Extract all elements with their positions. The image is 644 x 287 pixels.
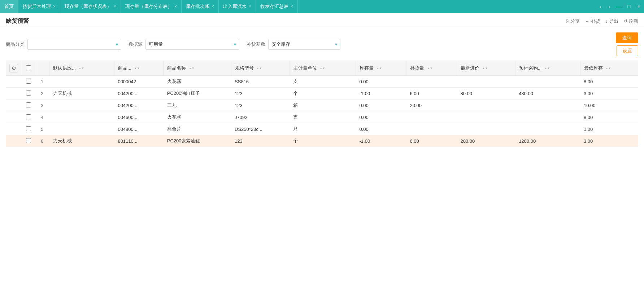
col-header-supplier[interactable]: 默认供应... ▲▼	[49, 61, 114, 76]
tab-close-stock-dist[interactable]: ×	[174, 4, 177, 9]
row-stock-0: 0.00	[356, 76, 406, 88]
row-check-5[interactable]	[22, 135, 35, 147]
share-icon: ⎘	[566, 18, 569, 24]
row-num-2: 3	[35, 100, 49, 111]
tab-order-stat[interactable]: 要货单统计表×	[298, 0, 298, 13]
row-num-4: 5	[35, 123, 49, 135]
row-code-3: 004600...	[114, 111, 163, 123]
tab-stock-status[interactable]: 现存量（库存状况表）×	[60, 0, 121, 13]
category-select[interactable]: ▾	[27, 39, 121, 50]
latest-price-sort-icon: ▲▼	[482, 67, 488, 70]
col-header-settings[interactable]: ⚙	[6, 61, 22, 76]
settings-button[interactable]: 设置	[617, 45, 638, 56]
tab-label-stock-status: 现存量（库存状况表）	[65, 3, 112, 10]
row-name-5: PC200张紧油缸	[164, 135, 231, 147]
row-checkbox-5[interactable]	[26, 138, 31, 143]
row-check-0[interactable]	[22, 76, 35, 88]
row-checkbox-1[interactable]	[26, 90, 31, 96]
tab-maximize-btn[interactable]: □	[624, 0, 634, 13]
col-header-est-purchase[interactable]: 预计采购... ▲▼	[515, 61, 580, 76]
row-settings-0	[6, 76, 22, 88]
tab-close-batch[interactable]: ×	[212, 4, 214, 9]
query-button[interactable]: 查询	[616, 32, 638, 43]
stock-sort-icon: ▲▼	[377, 67, 382, 70]
row-spec-5: 123	[231, 135, 290, 147]
datasource-chevron-icon: ▾	[234, 42, 236, 47]
tab-prev-btn[interactable]: ‹	[596, 0, 605, 13]
page-title: 缺货预警	[6, 17, 29, 25]
tab-next-btn[interactable]: ›	[605, 0, 614, 13]
row-replenish-1: 6.00	[406, 88, 457, 100]
row-stock-3: 0.00	[356, 111, 406, 123]
header-actions: ⎘ 分享 ＋ 补货 ↓ 导出 ↺ 刷新	[566, 18, 639, 25]
col-header-replenish[interactable]: 补货量 ▲▼	[406, 61, 457, 76]
col-header-name[interactable]: 商品名称 ▲▼	[164, 61, 231, 76]
col-header-min-stock[interactable]: 最低库存 ▲▼	[580, 61, 638, 76]
row-settings-5	[6, 135, 22, 147]
tab-close-abnormal[interactable]: ×	[53, 4, 56, 9]
row-latest-price-5: 200.00	[457, 135, 515, 147]
tab-home[interactable]: 首页	[0, 0, 18, 13]
main-content: 缺货预警 ⎘ 分享 ＋ 补货 ↓ 导出 ↺ 刷新 商品分类	[0, 13, 644, 287]
row-checkbox-3[interactable]	[26, 114, 31, 119]
row-code-1: 004200...	[114, 88, 163, 100]
tab-close-btn[interactable]: ×	[634, 0, 644, 13]
row-check-2[interactable]	[22, 100, 35, 111]
row-latest-price-4	[457, 123, 515, 135]
tab-minimize-btn[interactable]: —	[614, 0, 624, 13]
row-est-purchase-4	[515, 123, 580, 135]
refresh-label: 刷新	[629, 18, 638, 25]
refresh-button[interactable]: ↺ 刷新	[623, 18, 638, 25]
row-settings-2	[6, 100, 22, 111]
select-all-checkbox[interactable]	[26, 65, 31, 70]
row-check-4[interactable]	[22, 123, 35, 135]
row-checkbox-4[interactable]	[26, 126, 31, 131]
datasource-filter-group: 数据源 可用量 ▾	[129, 39, 239, 50]
replenish-sort-icon: ▲▼	[427, 67, 433, 70]
col-header-latest-price[interactable]: 最新进价 ▲▼	[457, 61, 515, 76]
tab-stock-dist[interactable]: 现存量（库存分布表）×	[121, 0, 182, 13]
row-unit-0: 支	[290, 76, 356, 88]
tab-close-collect[interactable]: ×	[291, 4, 293, 9]
col-header-check[interactable]	[22, 61, 35, 76]
tab-abnormal[interactable]: 拣货异常处理×	[18, 0, 60, 13]
col-unit-label: 主计量单位	[293, 65, 317, 71]
col-stock-label: 库存量	[360, 65, 374, 71]
row-num-5: 6	[35, 135, 49, 147]
tab-label-batch: 库存批次账	[186, 3, 209, 10]
col-header-stock[interactable]: 库存量 ▲▼	[356, 61, 406, 76]
col-spec-label: 规格型号	[235, 65, 254, 71]
tab-collect[interactable]: 收发存汇总表×	[256, 0, 298, 13]
row-latest-price-3	[457, 111, 515, 123]
share-button[interactable]: ⎘ 分享	[566, 18, 580, 25]
row-check-1[interactable]	[22, 88, 35, 100]
datasource-select[interactable]: 可用量 ▾	[145, 39, 239, 50]
tab-batch[interactable]: 库存批次账×	[182, 0, 219, 13]
row-checkbox-2[interactable]	[26, 102, 31, 107]
tab-close-inout[interactable]: ×	[249, 4, 251, 9]
row-unit-4: 只	[290, 123, 356, 135]
base-filter-label: 补货基数	[247, 41, 265, 48]
tab-label-stock-dist: 现存量（库存分布表）	[125, 3, 172, 10]
col-code-label: 商品...	[118, 65, 131, 71]
tab-close-stock-status[interactable]: ×	[114, 4, 116, 9]
table-settings-gear-icon[interactable]: ⚙	[9, 64, 18, 72]
replenish-button[interactable]: ＋ 补货	[585, 18, 600, 25]
row-checkbox-0[interactable]	[26, 79, 31, 84]
filter-bar: 商品分类 ▾ 数据源 可用量 ▾ 补货基数 安全库存 ▾ 查询 设置	[0, 28, 644, 61]
base-select[interactable]: 安全库存 ▾	[268, 39, 340, 50]
export-icon: ↓	[605, 18, 608, 24]
export-label: 导出	[609, 18, 618, 25]
row-check-3[interactable]	[22, 111, 35, 123]
row-replenish-4	[406, 123, 457, 135]
table-row: 5 004800... 离合片 DS250*23c... 只 0.00 1.00	[6, 123, 638, 135]
row-est-purchase-0	[515, 76, 580, 88]
col-header-code[interactable]: 商品... ▲▼	[114, 61, 163, 76]
row-supplier-0	[49, 76, 114, 88]
row-code-0: 0000042	[114, 76, 163, 88]
export-button[interactable]: ↓ 导出	[605, 18, 619, 25]
col-header-spec[interactable]: 规格型号 ▲▼	[231, 61, 290, 76]
row-unit-1: 个	[290, 88, 356, 100]
col-header-unit[interactable]: 主计量单位 ▲▼	[290, 61, 356, 76]
tab-inout[interactable]: 出入库流水×	[219, 0, 256, 13]
